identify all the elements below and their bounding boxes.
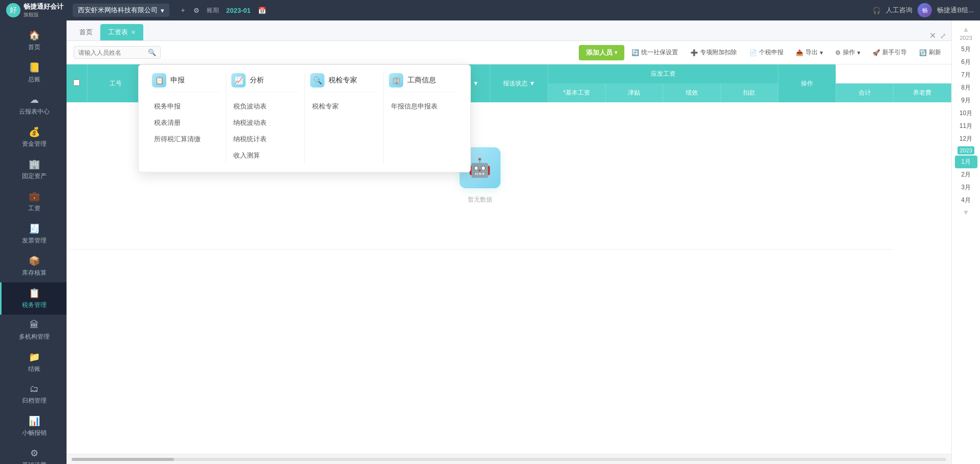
popup-col-declaration: 📋 申报 税务申报 税表清册 所得税汇算清缴 <box>147 73 226 164</box>
support-label[interactable]: 人工咨询 <box>886 6 912 15</box>
cal-month-9[interactable]: 9月 <box>955 94 977 107</box>
sidebar-item-salary[interactable]: 💼 工资 <box>0 186 67 218</box>
deduction-btn[interactable]: ➕ 专项附加扣除 <box>687 46 740 59</box>
scrollbar-thumb[interactable] <box>72 458 174 461</box>
popup-item-tax-form[interactable]: 税表清册 <box>152 115 221 131</box>
tab-salary-label: 工资表 <box>108 28 128 37</box>
expert-cat-icon: 🔍 <box>310 73 324 87</box>
search-input[interactable] <box>78 49 145 56</box>
cal-nav-up[interactable]: ▲ <box>961 24 971 35</box>
popup-item-expert[interactable]: 税检专家 <box>310 98 378 115</box>
calendar-icon[interactable]: 📅 <box>258 7 266 14</box>
user-name[interactable]: 畅捷通B组... <box>937 6 974 15</box>
cal-month-11[interactable]: 11月 <box>955 120 977 132</box>
popup-item-tax-declare[interactable]: 税务申报 <box>152 98 221 115</box>
popup-cat-analysis-header: 📈 分析 <box>231 73 299 92</box>
sidebar-item-close[interactable]: 📁 结账 <box>0 346 67 379</box>
sidebar-label-expense: 小畅报销 <box>22 429 47 437</box>
select-all-checkbox[interactable] <box>73 79 80 86</box>
dropdown-arrow-icon: ▾ <box>161 7 164 14</box>
sidebar-label-cloud: 云报表中心 <box>19 107 50 116</box>
sidebar-label-assets: 固定资产 <box>22 172 47 181</box>
popup-item-annual-report[interactable]: 年报信息申报表 <box>389 98 457 115</box>
sidebar-item-tax[interactable]: 📋 税务管理 <box>0 282 67 315</box>
sidebar-item-expense[interactable]: 📊 小畅报销 <box>0 410 67 443</box>
sidebar-item-settings[interactable]: ⚙ 基础设置 <box>0 443 67 464</box>
sidebar-item-inventory[interactable]: 📦 库存核算 <box>0 250 67 282</box>
sidebar-label-tax: 税务管理 <box>22 301 47 310</box>
sidebar-label-invoice: 发票管理 <box>22 236 47 245</box>
salary-icon: 💼 <box>29 191 40 202</box>
export-btn[interactable]: 📤 导出 ▾ <box>793 46 826 59</box>
export-arrow-icon: ▾ <box>820 49 823 56</box>
sidebar-item-funds[interactable]: 💰 资金管理 <box>0 121 67 153</box>
header-actions: ＋ ⚙ 账期 2023-01 📅 <box>180 6 266 15</box>
sidebar-label-archive: 归档管理 <box>22 396 47 405</box>
cal-month-12[interactable]: 12月 <box>955 132 977 145</box>
cal-nav-down[interactable]: ▼ <box>961 207 971 218</box>
th-base-salary: *基本工资 <box>548 83 606 102</box>
cal-month-8[interactable]: 8月 <box>955 81 977 94</box>
cal-month-3[interactable]: 3月 <box>955 181 977 194</box>
logo-text: 畅捷通好会计 <box>24 2 63 11</box>
cal-month-7[interactable]: 7月 <box>955 69 977 81</box>
settings-icon: ⚙ <box>30 448 38 459</box>
th-allowance: 津贴 <box>605 83 663 102</box>
window-restore-btn[interactable]: ⤢ <box>940 32 946 40</box>
cal-month-10[interactable]: 10月 <box>955 107 977 120</box>
toolbar: 🔍 添加人员 ▾ 🔄 统一社保设置 ➕ 专项附加扣除 📄 个税申报 <box>67 41 951 64</box>
operation-btn[interactable]: ⚙ 操作 ▾ <box>832 46 863 59</box>
sidebar-item-home[interactable]: 🏠 首页 <box>0 25 67 57</box>
social-security-btn[interactable]: 🔄 统一社保设置 <box>628 46 681 59</box>
home-icon: 🏠 <box>29 30 40 41</box>
funds-icon: 💰 <box>29 126 40 138</box>
cal-month-6[interactable]: 6月 <box>955 56 977 69</box>
guide-btn[interactable]: 🚀 新手引导 <box>869 46 910 59</box>
sidebar-label-salary: 工资 <box>28 204 40 213</box>
tab-salary-table[interactable]: 工资表 ✕ <box>100 24 143 40</box>
dropdown-popup: 📋 申报 税务申报 税表清册 所得税汇算清缴 📈 分析 税负波动表 纳税波动表 … <box>138 64 471 172</box>
popup-item-income-tax[interactable]: 所得税汇算清缴 <box>152 131 221 147</box>
tax-decl-icon: 📄 <box>749 49 757 56</box>
th-deduction: 扣款 <box>721 83 778 102</box>
th-checkbox[interactable] <box>67 64 87 102</box>
sidebar-label-inventory: 库存核算 <box>22 269 47 277</box>
export-icon: 📤 <box>796 49 803 56</box>
refresh-btn[interactable]: 🔃 刷新 <box>916 46 944 59</box>
guide-toolbar-icon: 🚀 <box>873 49 880 56</box>
period-label: 账期 <box>207 6 219 15</box>
popup-item-income-est[interactable]: 收入测算 <box>231 147 299 164</box>
window-close-btn[interactable]: ✕ <box>929 31 936 40</box>
tab-close-btn[interactable]: ✕ <box>131 29 136 36</box>
archive-icon: 🗂 <box>30 384 39 394</box>
company-selector[interactable]: 西安虾米网络科技有限公司 ▾ <box>73 4 169 17</box>
settings-btn[interactable]: ⚙ <box>193 7 200 14</box>
search-icon: 🔍 <box>148 49 156 56</box>
social-label: 统一社保设置 <box>641 48 678 57</box>
popup-item-tax-burden[interactable]: 税负波动表 <box>231 98 299 115</box>
sidebar-item-archive[interactable]: 🗂 归档管理 <box>0 379 67 410</box>
assets-icon: 🏢 <box>29 159 40 170</box>
popup-item-tax-change[interactable]: 纳税波动表 <box>231 115 299 131</box>
operation-label: 操作 <box>843 48 855 57</box>
sidebar-item-assets[interactable]: 🏢 固定资产 <box>0 153 67 186</box>
sidebar-item-cloud[interactable]: ☁ 云报表中心 <box>0 89 67 121</box>
add-person-button[interactable]: 添加人员 ▾ <box>579 45 624 60</box>
declaration-cat-title: 申报 <box>170 76 185 85</box>
cal-month-4[interactable]: 4月 <box>955 194 977 207</box>
scrollbar-track[interactable] <box>72 458 946 461</box>
business-cat-title: 工商信息 <box>407 76 436 85</box>
logo-icon: 好 <box>6 3 20 17</box>
sidebar-item-invoice[interactable]: 🧾 发票管理 <box>0 218 67 250</box>
cal-month-1[interactable]: 1月 <box>955 156 977 168</box>
sidebar-item-ledger[interactable]: 📒 总账 <box>0 57 67 89</box>
cal-month-2[interactable]: 2月 <box>955 168 977 181</box>
tab-home[interactable]: 首页 <box>72 24 100 40</box>
popup-item-tax-stat[interactable]: 纳税统计表 <box>231 131 299 147</box>
add-company-btn[interactable]: ＋ <box>180 6 186 15</box>
sidebar-item-multi[interactable]: 🏛 多机构管理 <box>0 315 67 346</box>
cal-month-5[interactable]: 5月 <box>955 43 977 56</box>
tax-declaration-btn[interactable]: 📄 个税申报 <box>746 46 787 59</box>
invoice-icon: 🧾 <box>29 223 40 234</box>
popup-col-business: 🏢 工商信息 年报信息申报表 <box>383 73 462 164</box>
